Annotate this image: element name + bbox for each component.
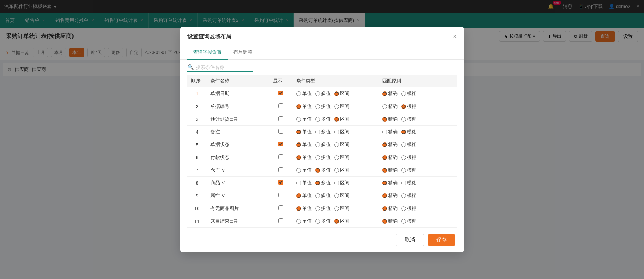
- match-radio-fuzzy[interactable]: 模糊: [401, 90, 416, 97]
- type-radio-range[interactable]: 区间: [334, 154, 349, 161]
- type-radio-single[interactable]: 单值: [296, 154, 312, 161]
- match-radio-input-exact[interactable]: [382, 104, 387, 109]
- type-radio-input-multi[interactable]: [315, 91, 320, 96]
- match-radio-exact[interactable]: 精确: [382, 141, 398, 148]
- match-radio-input-exact[interactable]: [382, 130, 387, 134]
- match-radio-input-exact[interactable]: [382, 181, 387, 185]
- type-radio-input-multi[interactable]: [315, 104, 320, 109]
- type-radio-input-single[interactable]: [296, 193, 301, 198]
- type-radio-multi[interactable]: 多值: [315, 192, 331, 199]
- type-radio-input-single[interactable]: [296, 155, 301, 160]
- type-radio-single[interactable]: 单值: [296, 167, 312, 173]
- type-radio-input-range[interactable]: [334, 219, 339, 224]
- match-radio-exact[interactable]: 精确: [382, 103, 398, 110]
- type-radio-input-multi[interactable]: [315, 219, 320, 224]
- show-checkbox-label[interactable]: [278, 193, 283, 199]
- match-radio-input-fuzzy[interactable]: [401, 219, 406, 224]
- match-radio-exact[interactable]: 精确: [382, 205, 398, 212]
- match-radio-fuzzy[interactable]: 模糊: [401, 205, 416, 212]
- show-checkbox[interactable]: [278, 103, 283, 108]
- match-radio-exact[interactable]: 精确: [382, 129, 398, 135]
- type-radio-single[interactable]: 单值: [296, 141, 312, 148]
- type-radio-input-multi[interactable]: [315, 130, 320, 134]
- show-checkbox-label[interactable]: [278, 117, 283, 122]
- match-radio-exact[interactable]: 精确: [382, 90, 398, 97]
- type-radio-input-range[interactable]: [334, 104, 339, 109]
- show-checkbox[interactable]: [278, 142, 283, 146]
- show-checkbox-label[interactable]: [278, 168, 283, 173]
- type-radio-multi[interactable]: 多值: [315, 141, 331, 148]
- type-radio-multi[interactable]: 多值: [315, 154, 331, 161]
- type-radio-multi[interactable]: 多值: [315, 129, 331, 135]
- match-radio-fuzzy[interactable]: 模糊: [401, 154, 416, 161]
- show-checkbox-label[interactable]: [278, 155, 283, 160]
- show-checkbox-label[interactable]: [278, 219, 283, 224]
- type-radio-range[interactable]: 区间: [334, 205, 349, 212]
- match-radio-exact[interactable]: 精确: [382, 180, 398, 186]
- show-checkbox[interactable]: [278, 116, 283, 121]
- match-radio-fuzzy[interactable]: 模糊: [401, 192, 416, 199]
- type-radio-range[interactable]: 区间: [334, 129, 349, 135]
- match-radio-fuzzy[interactable]: 模糊: [401, 218, 416, 224]
- match-radio-input-fuzzy[interactable]: [401, 206, 406, 211]
- match-radio-exact[interactable]: 精确: [382, 167, 398, 173]
- show-checkbox[interactable]: [278, 154, 283, 159]
- type-radio-single[interactable]: 单值: [296, 129, 312, 135]
- show-checkbox-label[interactable]: [278, 142, 283, 148]
- match-radio-input-exact[interactable]: [382, 219, 387, 224]
- type-radio-input-multi[interactable]: [315, 168, 320, 173]
- type-radio-input-range[interactable]: [334, 91, 339, 96]
- type-radio-range[interactable]: 区间: [334, 90, 349, 97]
- type-radio-input-multi[interactable]: [315, 206, 320, 211]
- cancel-button[interactable]: 取消: [396, 234, 424, 246]
- show-checkbox-label[interactable]: [278, 180, 283, 186]
- type-radio-input-range[interactable]: [334, 193, 339, 198]
- type-radio-input-range[interactable]: [334, 181, 339, 185]
- match-radio-input-fuzzy[interactable]: [401, 155, 406, 160]
- show-checkbox-label[interactable]: [278, 129, 283, 135]
- type-radio-single[interactable]: 单值: [296, 90, 312, 97]
- match-radio-exact[interactable]: 精确: [382, 154, 398, 161]
- type-radio-input-single[interactable]: [296, 117, 301, 122]
- show-checkbox-label[interactable]: [278, 91, 283, 97]
- type-radio-single[interactable]: 单值: [296, 205, 312, 212]
- show-checkbox-label[interactable]: [278, 206, 283, 211]
- match-radio-input-fuzzy[interactable]: [401, 117, 406, 122]
- match-radio-input-exact[interactable]: [382, 117, 387, 122]
- match-radio-exact[interactable]: 精确: [382, 218, 398, 224]
- type-radio-input-single[interactable]: [296, 206, 301, 211]
- match-radio-exact[interactable]: 精确: [382, 192, 398, 199]
- type-radio-multi[interactable]: 多值: [315, 90, 331, 97]
- type-radio-input-range[interactable]: [334, 130, 339, 134]
- type-radio-input-single[interactable]: [296, 130, 301, 134]
- type-radio-input-range[interactable]: [334, 155, 339, 160]
- modal-close-button[interactable]: ×: [453, 33, 457, 40]
- type-radio-range[interactable]: 区间: [334, 218, 349, 224]
- type-radio-multi[interactable]: 多值: [315, 103, 331, 110]
- type-radio-range[interactable]: 区间: [334, 141, 349, 148]
- match-radio-input-exact[interactable]: [382, 193, 387, 198]
- type-radio-input-multi[interactable]: [315, 117, 320, 122]
- type-radio-single[interactable]: 单值: [296, 218, 312, 224]
- tab-layout-adjust[interactable]: 布局调整: [228, 45, 258, 60]
- type-radio-input-range[interactable]: [334, 168, 339, 173]
- type-radio-input-multi[interactable]: [315, 155, 320, 160]
- show-checkbox[interactable]: [278, 167, 283, 172]
- save-button[interactable]: 保存: [428, 234, 455, 246]
- type-radio-multi[interactable]: 多值: [315, 116, 331, 122]
- show-checkbox[interactable]: [278, 218, 283, 223]
- type-radio-range[interactable]: 区间: [334, 167, 349, 173]
- type-radio-input-multi[interactable]: [315, 193, 320, 198]
- match-radio-input-exact[interactable]: [382, 206, 387, 211]
- match-radio-input-exact[interactable]: [382, 168, 387, 173]
- type-radio-input-single[interactable]: [296, 219, 301, 224]
- match-radio-fuzzy[interactable]: 模糊: [401, 180, 416, 186]
- type-radio-input-single[interactable]: [296, 104, 301, 109]
- match-radio-exact[interactable]: 精确: [382, 116, 398, 122]
- show-checkbox[interactable]: [278, 205, 283, 210]
- type-radio-input-single[interactable]: [296, 181, 301, 185]
- type-radio-range[interactable]: 区间: [334, 116, 349, 122]
- match-radio-input-fuzzy[interactable]: [401, 130, 406, 134]
- show-checkbox[interactable]: [278, 180, 283, 185]
- match-radio-input-exact[interactable]: [382, 91, 387, 96]
